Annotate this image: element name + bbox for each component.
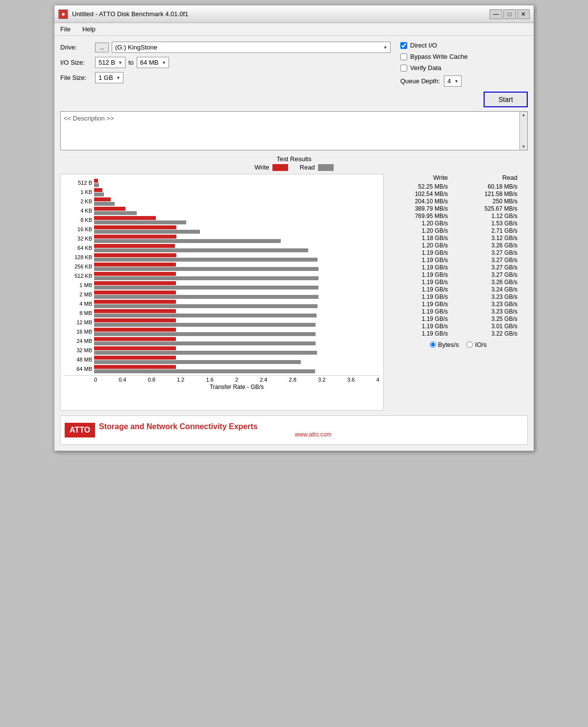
bar-pair (94, 188, 379, 196)
bar-pair (94, 253, 379, 262)
description-scrollbar[interactable]: ▲ ▼ (519, 112, 527, 150)
verify-data-label[interactable]: Verify Data (410, 64, 441, 72)
read-value: 3.26 GB/s (468, 242, 517, 249)
io-per-s-label[interactable]: IO/s (466, 341, 487, 348)
io-size-from-select[interactable]: 512 B (95, 57, 125, 68)
write-bar (94, 235, 176, 239)
drive-select[interactable]: (G:) KingStone (112, 42, 391, 53)
direct-io-label[interactable]: Direct I/O (410, 42, 437, 49)
bypass-write-cache-row: Bypass Write Cache (400, 53, 528, 60)
bar-label: 48 MB (65, 357, 94, 363)
write-bar (94, 309, 176, 313)
table-row: 102.54 MB/s 121.58 MB/s (389, 191, 528, 197)
read-value: 3.23 GB/s (468, 301, 517, 308)
write-bar (94, 328, 176, 332)
write-value: 389.79 MB/s (399, 205, 448, 212)
read-col-header: Read (468, 174, 517, 181)
verify-data-checkbox[interactable] (400, 65, 407, 72)
chart-and-data: 512 B 1 KB 2 KB 4 KB 8 KB (60, 174, 528, 411)
title-bar: ■ Untitled - ATTO Disk Benchmark 4.01.0f… (54, 5, 534, 23)
maximize-button[interactable]: □ (503, 9, 516, 19)
menu-file[interactable]: File (58, 24, 73, 34)
table-row: 769.95 MB/s 1.12 GB/s (389, 213, 528, 219)
write-bar (94, 179, 98, 183)
bar-pair (94, 309, 379, 317)
write-bar (94, 318, 176, 322)
bar-pair (94, 263, 379, 271)
data-table-header: Write Read (389, 174, 528, 181)
bytes-per-s-radio[interactable] (430, 341, 436, 348)
minimize-button[interactable]: — (490, 9, 502, 19)
bar-pair (94, 365, 379, 373)
io-size-label: I/O Size: (60, 59, 92, 66)
bar-label: 1 MB (65, 282, 94, 288)
table-row: 1.19 GB/s 3.01 GB/s (389, 323, 528, 330)
chart-bar-row: 2 MB (65, 290, 379, 299)
chart-rows: 512 B 1 KB 2 KB 4 KB 8 KB (65, 178, 379, 373)
browse-button[interactable]: ... (95, 43, 109, 52)
chart-bar-row: 1 KB (65, 188, 379, 196)
io-size-from-wrapper: 512 B (95, 57, 125, 68)
close-button[interactable]: ✕ (517, 9, 530, 19)
description-text: << Description >> (64, 115, 114, 122)
read-value: 3.23 GB/s (468, 308, 517, 315)
write-value: 204.10 MB/s (399, 198, 448, 205)
bypass-write-cache-checkbox[interactable] (400, 53, 407, 60)
scroll-up-arrow[interactable]: ▲ (522, 113, 526, 117)
bytes-per-s-label[interactable]: Bytes/s (430, 341, 459, 348)
write-bar (94, 253, 176, 257)
write-bar (94, 216, 156, 220)
write-value: 1.20 GB/s (399, 242, 448, 249)
chart-bar-row: 32 KB (65, 234, 379, 243)
table-row: 1.19 GB/s 3.23 GB/s (389, 301, 528, 308)
read-value: 3.12 GB/s (468, 235, 517, 242)
drive-row: Drive: ... (G:) KingStone (60, 42, 391, 53)
drive-label: Drive: (60, 44, 92, 51)
bar-label: 24 MB (65, 338, 94, 344)
atto-logo: ATTO (65, 423, 95, 437)
write-bar (94, 356, 176, 360)
read-legend-label: Read (300, 164, 315, 171)
x-axis-line: 00.40.81.21.622.42.83.23.64 (65, 375, 379, 383)
file-size-row: File Size: 1 GB (60, 72, 391, 83)
direct-io-row: Direct I/O (400, 42, 528, 49)
write-legend-color (272, 164, 288, 171)
chart-bar-row: 4 KB (65, 206, 379, 215)
write-value: 102.54 MB/s (399, 191, 448, 197)
menu-help[interactable]: Help (80, 24, 98, 34)
description-box: << Description >> ▲ ▼ (60, 111, 528, 150)
queue-depth-select[interactable]: 4 (444, 75, 462, 87)
read-bar (94, 248, 308, 252)
read-value: 3.01 GB/s (468, 323, 517, 330)
bar-pair (94, 346, 379, 355)
read-value: 60.18 MB/s (468, 183, 517, 190)
write-value: 1.20 GB/s (399, 220, 448, 227)
x-axis-tick: 4 (376, 377, 379, 383)
x-axis-tick: 1.2 (177, 377, 184, 383)
file-size-label: File Size: (60, 74, 92, 81)
bar-label: 8 MB (65, 310, 94, 316)
write-value: 1.20 GB/s (399, 227, 448, 234)
write-bar (94, 263, 176, 267)
chart-bar-row: 16 MB (65, 327, 379, 336)
start-button[interactable]: Start (484, 92, 528, 107)
data-rows: 52.25 MB/s 60.18 MB/s 102.54 MB/s 121.58… (389, 183, 528, 337)
write-value: 1.19 GB/s (399, 315, 448, 322)
scroll-down-arrow[interactable]: ▼ (522, 145, 526, 149)
read-legend-item: Read (300, 164, 334, 171)
chart-bar-row: 256 KB (65, 262, 379, 271)
read-value: 3.25 GB/s (468, 315, 517, 322)
file-size-select[interactable]: 1 GB (95, 72, 123, 83)
write-bar (94, 300, 176, 304)
chart-bar-row: 64 MB (65, 364, 379, 373)
io-per-s-radio[interactable] (466, 341, 473, 348)
io-size-to-select[interactable]: 64 MB (137, 57, 169, 68)
read-bar (94, 369, 315, 373)
direct-io-checkbox[interactable] (400, 42, 407, 49)
bypass-write-cache-label[interactable]: Bypass Write Cache (410, 53, 468, 60)
read-bar (94, 332, 316, 336)
bar-pair (94, 179, 379, 187)
bar-pair (94, 225, 379, 234)
read-bar (94, 323, 316, 327)
x-axis-tick: 3.6 (347, 377, 354, 383)
